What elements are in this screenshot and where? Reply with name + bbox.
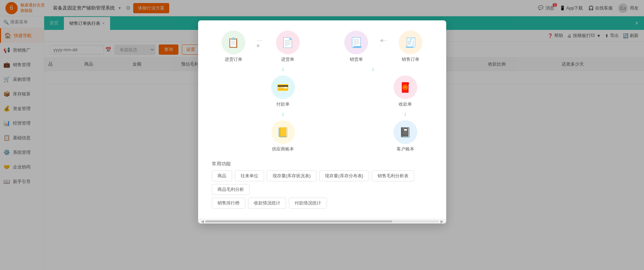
sales-bill-label: 销货单: [350, 56, 363, 62]
func-buttons-row-2: 销售排行榜 收款情况统计 付款情况统计: [212, 198, 433, 209]
customer-ledger-icon: 📓: [399, 127, 411, 138]
flow-row-1: 📋 进货订单 - - - - ▶ 📄: [212, 31, 433, 62]
flow-row-arrows-2: ↓ ↓: [256, 111, 433, 117]
func-btn-goods[interactable]: 商品: [212, 170, 232, 181]
purchase-order-circle: 📋: [222, 31, 245, 54]
arrow-down-purchase: ↓: [271, 66, 295, 72]
flow-row-3: 📒 供应商账本 📓 客户账本: [256, 120, 433, 152]
flow-node-supplier-ledger[interactable]: 📒 供应商账本: [259, 120, 307, 152]
app-wrapper: 6 畅康通好生意 旗舰版 装备及固定资产辅助管理系统 ▼ ⚙ 体验行业方案 💬 …: [0, 0, 644, 270]
arrow-down-sales: ↓: [361, 66, 385, 72]
func-buttons-row-1: 商品 往来单位 现存量(库存状况表) 现存量(库存分布表) 销售毛利分析表 商品…: [212, 170, 433, 195]
func-btn-goods-profit[interactable]: 商品毛利分析: [212, 184, 250, 195]
arrow-down-receipt: ↓: [382, 111, 429, 117]
common-functions: 常用功能 商品 往来单位 现存量(库存状况表) 现存量(库存分布表) 销售毛利分…: [212, 156, 433, 209]
supplier-ledger-circle: 📒: [271, 120, 295, 144]
supplier-ledger-label: 供应商账本: [272, 146, 294, 152]
flow-row-2: 💳 付款单 🧧 收款单: [256, 75, 433, 107]
payment-icon: 💳: [277, 82, 289, 93]
payment-circle: 💳: [271, 75, 295, 99]
customer-ledger-circle: 📓: [394, 120, 417, 144]
flow-diagram: 📋 进货订单 - - - - ▶ 📄: [212, 31, 433, 156]
func-btn-sales-rank[interactable]: 销售排行榜: [212, 198, 245, 209]
scroll-left-icon[interactable]: ◀: [199, 219, 205, 224]
purchase-bill-icon: 📄: [282, 37, 294, 48]
arrow-h-1: - - - - ▶: [257, 38, 264, 55]
scrollbar-thumb: [205, 220, 392, 222]
flow-node-customer-ledger[interactable]: 📓 客户账本: [382, 120, 429, 152]
modal-box: 📋 进货订单 - - - - ▶ 📄: [198, 20, 446, 223]
func-btn-sales-profit[interactable]: 销售毛利分析表: [372, 170, 414, 181]
modal-overlay[interactable]: 📋 进货订单 - - - - ▶ 📄: [0, 0, 644, 270]
scroll-right-icon[interactable]: ▶: [439, 219, 445, 224]
sales-order-circle: 🧾: [399, 31, 422, 54]
arrow-down-payment: ↓: [259, 111, 307, 117]
modal-scrollbar: ◀ ▶: [198, 219, 446, 223]
flow-node-sales-order[interactable]: 🧾 销售订单: [389, 31, 432, 62]
sales-order-icon: 🧾: [405, 37, 417, 48]
func-btn-stock-status[interactable]: 现存量(库存状况表): [267, 170, 317, 181]
func-btn-stock-dist[interactable]: 现存量(库存分布表): [319, 170, 369, 181]
common-functions-title: 常用功能: [212, 161, 433, 167]
flow-node-purchase-order[interactable]: 📋 进货订单: [212, 31, 255, 62]
flow-node-payment[interactable]: 💳 付款单: [259, 75, 307, 107]
purchase-order-icon: 📋: [227, 37, 239, 48]
sales-order-label: 销售订单: [402, 56, 419, 62]
customer-ledger-label: 客户账本: [397, 146, 414, 152]
sales-bill-circle: 📃: [344, 31, 368, 54]
flow-row-arrows-1: ↓ ↓: [212, 66, 433, 72]
receipt-icon: 🧧: [399, 82, 411, 93]
receipt-label: 收款单: [399, 101, 412, 107]
purchase-bill-circle: 📄: [276, 31, 300, 54]
purchase-bill-label: 进货单: [281, 56, 294, 62]
receipt-circle: 🧧: [394, 75, 417, 99]
func-btn-payment-stats[interactable]: 付款情况统计: [289, 198, 327, 209]
modal-content: 📋 进货订单 - - - - ▶ 📄: [198, 20, 446, 219]
func-btn-receipt-stats[interactable]: 收款情况统计: [248, 198, 286, 209]
arrow-h-2: ◀ - - - -: [380, 38, 387, 55]
flow-node-receipt[interactable]: 🧧 收款单: [382, 75, 429, 107]
func-btn-units[interactable]: 往来单位: [235, 170, 264, 181]
flow-node-sales-bill[interactable]: 📃 销货单: [334, 31, 378, 62]
payment-label: 付款单: [276, 101, 290, 107]
sales-bill-icon: 📃: [350, 37, 362, 48]
supplier-ledger-icon: 📒: [277, 127, 289, 138]
scrollbar-track[interactable]: [205, 220, 439, 222]
purchase-order-label: 进货订单: [225, 56, 242, 62]
flow-node-purchase-bill[interactable]: 📄 进货单: [266, 31, 310, 62]
